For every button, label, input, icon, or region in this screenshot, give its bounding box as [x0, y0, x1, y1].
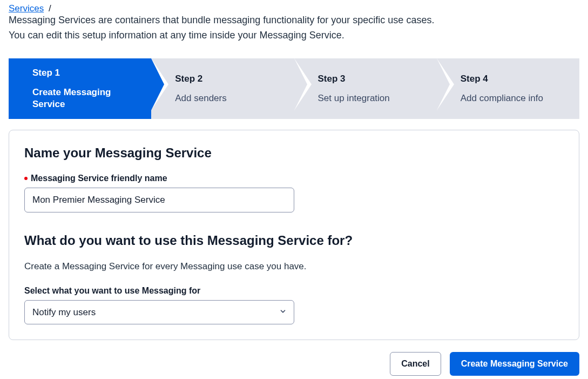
step-3[interactable]: Step 3 Set up integration: [294, 58, 437, 119]
step-title: Add compliance info: [461, 92, 562, 104]
helper-use-case: Create a Messaging Service for every Mes…: [24, 261, 564, 272]
label-use-select: Select what you want to use Messaging fo…: [24, 286, 564, 296]
step-number: Step 4: [461, 73, 562, 85]
friendly-name-input[interactable]: [24, 188, 294, 212]
intro-text: Messaging Services are containers that b…: [9, 13, 579, 43]
breadcrumb-link-services[interactable]: Services: [9, 3, 44, 14]
step-title: Add senders: [175, 92, 276, 104]
form-card: Name your Messaging Service Messaging Se…: [9, 130, 579, 340]
stepper: Step 1 Create Messaging Service Step 2 A…: [9, 58, 579, 119]
required-indicator-icon: [24, 177, 28, 180]
label-use-select-text: Select what you want to use Messaging fo…: [24, 286, 200, 296]
step-title: Set up integration: [318, 92, 420, 104]
create-messaging-service-button[interactable]: Create Messaging Service: [450, 352, 579, 376]
footer-actions: Cancel Create Messaging Service: [9, 352, 579, 379]
cancel-button[interactable]: Cancel: [390, 352, 441, 376]
breadcrumb: Services /: [9, 0, 579, 14]
intro-line-2: You can edit this setup information at a…: [9, 28, 579, 43]
breadcrumb-separator: /: [49, 3, 51, 14]
heading-name-service: Name your Messaging Service: [24, 145, 564, 161]
step-number: Step 2: [175, 73, 276, 85]
step-number: Step 3: [318, 73, 420, 85]
label-friendly-name: Messaging Service friendly name: [24, 174, 564, 183]
step-2[interactable]: Step 2 Add senders: [151, 58, 294, 119]
step-title: Create Messaging Service: [32, 87, 134, 110]
step-number: Step 1: [32, 67, 134, 79]
intro-line-1: Messaging Services are containers that b…: [9, 13, 579, 28]
step-1[interactable]: Step 1 Create Messaging Service: [9, 58, 151, 119]
use-select[interactable]: Notify my users: [24, 300, 294, 324]
label-friendly-name-text: Messaging Service friendly name: [31, 174, 167, 183]
use-select-wrapper: Notify my users: [24, 300, 294, 324]
heading-use-for: What do you want to use this Messaging S…: [24, 233, 564, 248]
step-4[interactable]: Step 4 Add compliance info: [437, 58, 579, 119]
